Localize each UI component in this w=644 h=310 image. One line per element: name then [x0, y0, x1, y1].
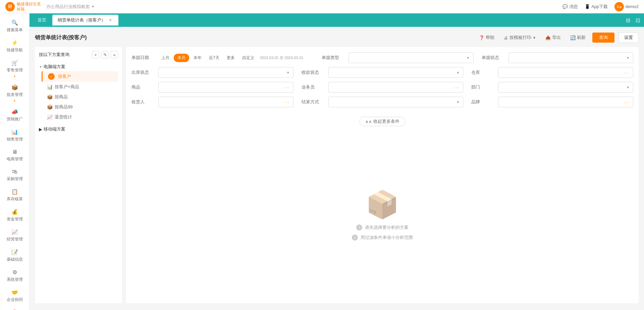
warehouse-select[interactable]: ···	[498, 67, 633, 78]
sidebar-item-enterprise[interactable]: 🤝 企业协同	[0, 286, 29, 306]
retail-icon: 🛒	[11, 60, 18, 66]
template-print-button[interactable]: 🖨 按模板打印 ▼	[501, 33, 539, 42]
last-month-btn[interactable]: 上月	[158, 54, 172, 62]
sidebar-item-marketing[interactable]: 📣 营销推广	[0, 105, 29, 125]
more-btn[interactable]: 更多	[224, 54, 238, 62]
left-panel-actions: + ✎ «	[92, 51, 118, 58]
step-num-1: 1	[356, 224, 362, 230]
finance-icon: 💰	[11, 209, 18, 215]
chevron-up-icon: ▲	[13, 74, 16, 78]
scheme-group-desktop: ▼ 电脑端方案 ✓ 按客户 📊 按客户+商品 📦	[39, 62, 118, 122]
download-icon: 📱	[585, 4, 590, 9]
sidebar-item-operations[interactable]: 📈 经营管理	[0, 225, 29, 246]
tab-sales-stat[interactable]: 销货单统计表（按客户） ✕	[52, 15, 118, 25]
filter-item-brand: 品牌 ···	[471, 97, 633, 107]
export-button[interactable]: 📤 导出	[543, 33, 564, 42]
filter-item-goods: 商品 ···	[131, 82, 293, 93]
sidebar-item-sales[interactable]: 📊 销售管理	[0, 125, 29, 146]
scheme-item-by-customer-goods[interactable]: 📊 按客户+商品	[39, 82, 118, 92]
settings-button[interactable]: 设置	[619, 32, 639, 43]
settlement-select[interactable]: ▼	[328, 97, 464, 107]
maximize-icon[interactable]: ⊡	[634, 16, 641, 25]
sidebar-item-search[interactable]: 🔍 搜索菜单	[0, 16, 29, 36]
sidebar-item-basic[interactable]: 📝 基础信息	[0, 246, 29, 266]
sidebar-item-finance[interactable]: 💰 资金管理	[0, 205, 29, 225]
content-area: 首页 销货单统计表（按客户） ✕ ⊟ ⊡ 销货单统计表(按客户) ❓ 帮助	[30, 13, 644, 310]
filter-item-salesperson: 业务员 ···	[302, 82, 464, 93]
collapse-button[interactable]: ∧∧ 收起更多条件	[360, 117, 405, 126]
wholesale-icon: 📦	[11, 84, 18, 91]
message-button[interactable]: 💬 消息	[562, 4, 578, 10]
sidebar-item-purchase[interactable]: 🛍 采购管理	[0, 165, 29, 185]
sidebar-item-ecommerce[interactable]: 🖥 电商管理	[0, 146, 29, 165]
brand-dots: ···	[624, 100, 630, 105]
tab-home[interactable]: 首页	[32, 15, 52, 25]
scheme-group-mobile-header[interactable]: ▶ 移动端方案	[39, 125, 118, 134]
ecommerce-icon: 🖥	[12, 149, 17, 155]
filter-item-payment-status: 收款状态 ▼	[302, 67, 464, 78]
filter-area: 单据日期 上月 本月 本年 近7天 更多 自定义 2023-03-01 至 20…	[131, 52, 633, 111]
department-select[interactable]: ▼	[498, 82, 633, 93]
this-month-btn[interactable]: 本月	[174, 54, 189, 62]
salesperson-dots: ···	[454, 85, 460, 90]
help-icon: ❓	[479, 35, 484, 40]
sidebar: 🔍 搜索菜单 ⚡ 快捷导航 🛒 零售管理 ▲ 📦 批发管理 ▲ 📣 营销推广 📊…	[0, 13, 30, 310]
filter-item-receiver: 收货人 ···	[131, 97, 293, 107]
filter-item-date: 单据日期 上月 本月 本年 近7天 更多 自定义 2023-03-01 至 20…	[131, 54, 314, 62]
this-year-btn[interactable]: 本年	[191, 54, 205, 62]
sidebar-item-wholesale[interactable]: 📦 批发管理 ▲	[0, 81, 29, 105]
edit-scheme-button[interactable]: ✎	[101, 51, 109, 58]
message-icon: 💬	[562, 4, 568, 9]
scheme-item-by-goods99[interactable]: 📦 按商品99	[39, 102, 118, 112]
tab-close-icon[interactable]: ✕	[108, 17, 113, 23]
basic-icon: 📝	[11, 249, 18, 255]
print-icon: 🖨	[504, 35, 508, 40]
goods-dots: ···	[284, 85, 290, 90]
scheme-icon3: 📦	[47, 104, 53, 110]
chevron-down-icon7: ▼	[626, 86, 630, 89]
app-download-button[interactable]: 📱 App下载	[585, 4, 608, 10]
logo-area: 好 畅捷通好生意 标版	[5, 2, 41, 11]
sidebar-item-retail[interactable]: 🛒 零售管理 ▲	[0, 56, 29, 81]
user-profile[interactable]: Ea demo2	[614, 2, 639, 11]
minimize-icon[interactable]: ⊟	[625, 16, 632, 25]
page-actions: ❓ 帮助 🖨 按模板打印 ▼ 📤 导出 🔄 刷新	[476, 32, 639, 43]
page-title: 销货单统计表(按客户)	[35, 34, 87, 41]
brand-select[interactable]: ···	[498, 97, 633, 107]
operations-icon: 📈	[11, 229, 18, 235]
doc-status-select[interactable]: ▼	[508, 52, 634, 63]
chevron-down-icon3: ▼	[467, 56, 470, 60]
main-layout: 🔍 搜索菜单 ⚡ 快捷导航 🛒 零售管理 ▲ 📦 批发管理 ▲ 📣 营销推广 📊…	[0, 13, 644, 310]
sidebar-item-inventory[interactable]: 📋 库存核算	[0, 185, 29, 205]
scheme-item-by-customer[interactable]: ✓ 按客户	[42, 71, 118, 82]
scheme-item-return-stat[interactable]: 📈 退货统计	[39, 112, 118, 122]
scheme-group-desktop-header[interactable]: ▼ 电脑端方案	[39, 62, 118, 71]
app-selector[interactable]: 办公用品行业模拟账套 ▼	[44, 2, 97, 11]
scheme-item-by-goods[interactable]: 📦 按商品	[39, 92, 118, 102]
marketing-icon: 📣	[11, 109, 18, 115]
sidebar-item-system[interactable]: ⚙ 系统管理	[0, 266, 29, 286]
payment-status-select[interactable]: ▼	[328, 67, 464, 78]
refresh-button[interactable]: 🔄 刷新	[568, 33, 588, 42]
salesperson-select[interactable]: ···	[328, 82, 464, 93]
sidebar-item-newuser[interactable]: 🎯 新手引导	[0, 306, 29, 310]
custom-btn[interactable]: 自定义	[239, 54, 257, 62]
last7days-btn[interactable]: 近7天	[206, 54, 222, 62]
logo-text: 畅捷通好生意 标版	[17, 2, 41, 11]
query-button[interactable]: 查询	[592, 33, 614, 43]
logo-icon: 好	[5, 2, 15, 11]
purchase-icon: 🛍	[12, 169, 17, 175]
top-bar-left: 好 畅捷通好生意 标版 办公用品行业模拟账套 ▼	[5, 2, 97, 11]
filter-row-4: 收货人 ··· 结算方式 ▼	[131, 97, 633, 107]
step-num-2: 2	[352, 235, 358, 241]
doc-type-select[interactable]: ▼	[348, 52, 474, 63]
scheme-group-mobile: ▶ 移动端方案	[39, 125, 118, 134]
collapse-panel-button[interactable]: «	[111, 51, 118, 58]
help-button[interactable]: ❓ 帮助	[476, 33, 497, 42]
filter-item-out-status: 出库状态 ▼	[131, 67, 293, 78]
add-scheme-button[interactable]: +	[92, 51, 99, 58]
receiver-select[interactable]: ···	[158, 97, 293, 107]
goods-select[interactable]: ···	[158, 82, 293, 93]
out-status-select[interactable]: ▼	[158, 67, 293, 78]
sidebar-item-quick-nav[interactable]: ⚡ 快捷导航	[0, 36, 29, 56]
